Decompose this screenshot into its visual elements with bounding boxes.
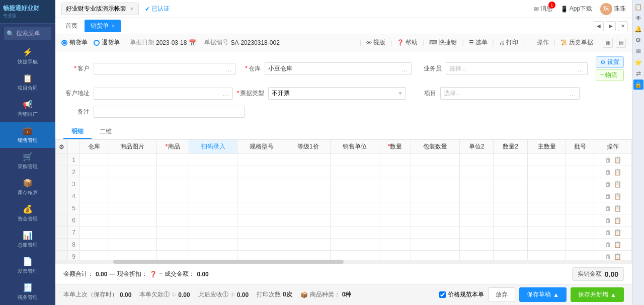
row-delete-icon-3[interactable]: 🗑 [604,180,612,188]
row-main-qty-9[interactable] [527,251,566,260]
row-unit2-5[interactable] [460,202,494,214]
row-unit-7[interactable] [330,226,379,239]
row-qty-2[interactable] [379,166,411,178]
layout-btn2[interactable]: ▤ [616,38,626,48]
sidebar-item-1[interactable]: ⚡ 快捷导航 [0,43,55,69]
sidebar-item-10[interactable]: 🧾 税务管理 [0,279,55,305]
row-batch-2[interactable] [566,166,594,178]
row-product-7[interactable] [156,226,189,239]
row-settings-7[interactable] [56,226,68,239]
row-spec-3[interactable] [237,178,286,190]
row-spec-7[interactable] [237,226,286,239]
row-unit-9[interactable] [330,251,379,260]
row-warehouse-3[interactable] [80,178,108,190]
tab-next-button[interactable]: ▶ [606,21,616,31]
layout-btn1[interactable]: ▦ [603,38,613,48]
operation-button[interactable]: ⋯ 操作 [528,37,551,48]
row-main-qty-8[interactable] [527,239,566,251]
company-selector[interactable]: 好业财专业版演示帐套 ▼ [61,3,139,15]
row-qty-8[interactable] [379,239,411,251]
shortcut-button[interactable]: ⌨ 快捷键 [427,37,459,48]
help-button[interactable]: ❓ 帮助 [395,37,420,48]
row-main-qty-3[interactable] [527,178,566,190]
row-pack-qty-2[interactable] [411,166,460,178]
row-scan-1[interactable] [189,154,237,166]
row-spec-9[interactable] [237,251,286,260]
sidebar-item-9[interactable]: 📄 发票管理 [0,253,55,279]
row-product-5[interactable] [156,202,189,214]
row-qty-1[interactable] [379,154,411,166]
row-product-9[interactable] [156,251,189,260]
row-pack-qty-4[interactable] [411,190,460,202]
row-warehouse-5[interactable] [80,202,108,214]
row-scan-3[interactable] [189,178,237,190]
sidebar-item-5[interactable]: 🛒 采购管理 [0,148,55,174]
row-batch-9[interactable] [566,251,594,260]
row-price-4[interactable] [286,190,331,202]
row-price-2[interactable] [286,166,331,178]
row-pack-qty-6[interactable] [411,214,460,226]
row-qty2-8[interactable] [494,239,527,251]
row-delete-icon-9[interactable]: 🗑 [604,253,612,260]
row-settings-3[interactable] [56,178,68,190]
customer-input[interactable]: … [94,63,235,75]
note-input[interactable] [94,106,245,118]
row-image-8[interactable] [108,239,157,251]
row-unit2-6[interactable] [460,214,494,226]
row-unit2-2[interactable] [460,166,494,178]
row-batch-1[interactable] [566,154,594,166]
row-unit-3[interactable] [330,178,379,190]
row-scan-7[interactable] [189,226,237,239]
scrollbar-thumb[interactable] [113,260,344,264]
row-price-3[interactable] [286,178,331,190]
row-batch-7[interactable] [566,226,594,239]
row-price-1[interactable] [286,154,331,166]
tab-home[interactable]: 首页 [59,20,84,32]
row-main-qty-6[interactable] [527,214,566,226]
row-settings-1[interactable] [56,154,68,166]
row-batch-5[interactable] [566,202,594,214]
row-price-7[interactable] [286,226,331,239]
discard-button[interactable]: 放弃 [488,287,515,302]
row-image-2[interactable] [108,166,157,178]
row-main-qty-7[interactable] [527,226,566,239]
row-warehouse-6[interactable] [80,214,108,226]
row-batch-6[interactable] [566,214,594,226]
row-unit2-4[interactable] [460,190,494,202]
row-product-8[interactable] [156,239,189,251]
row-settings-8[interactable] [56,239,68,251]
row-unit-2[interactable] [330,166,379,178]
search-menu-button[interactable]: 🔍 搜索菜单 [4,27,51,40]
row-settings-4[interactable] [56,190,68,202]
row-copy-icon-2[interactable]: 📋 [614,168,622,176]
row-delete-icon-2[interactable]: 🗑 [604,168,612,176]
sidebar-item-4[interactable]: 💼 销售管理 [0,122,55,148]
row-scan-2[interactable] [189,166,237,178]
tab-close-all-button[interactable]: ✕ [618,21,628,31]
radio-sale[interactable]: 销货单 [61,38,88,47]
row-warehouse-7[interactable] [80,226,108,239]
row-product-4[interactable] [156,190,189,202]
row-delete-icon-7[interactable]: 🗑 [604,228,612,237]
row-qty-6[interactable] [379,214,411,226]
row-batch-3[interactable] [566,178,594,190]
row-warehouse-2[interactable] [80,166,108,178]
warehouse-input[interactable]: 小豆仓库 … [265,62,412,75]
row-main-qty-4[interactable] [527,190,566,202]
row-qty2-4[interactable] [494,190,527,202]
row-delete-icon-5[interactable]: 🗑 [604,204,612,212]
row-spec-8[interactable] [237,239,286,251]
row-qty-7[interactable] [379,226,411,239]
row-warehouse-9[interactable] [80,251,108,260]
row-qty-3[interactable] [379,178,411,190]
row-qty2-9[interactable] [494,251,527,260]
row-delete-icon-8[interactable]: 🗑 [604,241,612,249]
row-product-3[interactable] [156,178,189,190]
row-image-1[interactable] [108,154,157,166]
row-copy-icon-8[interactable]: 📋 [614,241,622,249]
row-qty2-1[interactable] [494,154,527,166]
debt-help-icon[interactable]: ① [172,292,176,297]
print-button[interactable]: 🖨 打印 [497,37,520,48]
row-image-9[interactable] [108,251,157,260]
tab-detail[interactable]: 明细 [63,125,92,139]
